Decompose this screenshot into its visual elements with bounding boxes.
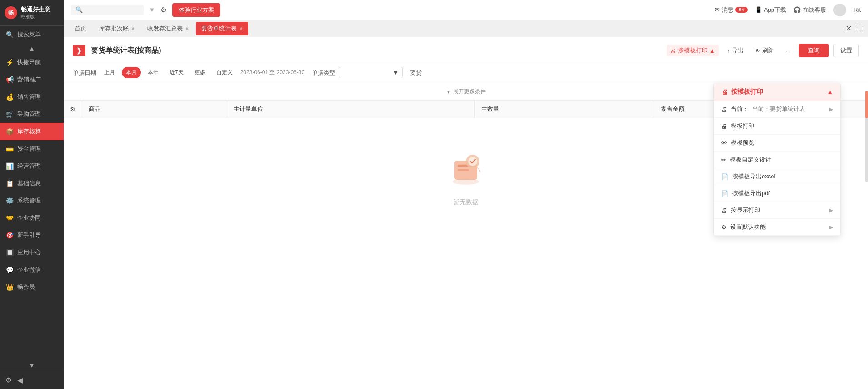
- collapse-sidebar-icon[interactable]: ◀: [17, 376, 23, 384]
- date-btn-7days[interactable]: 近7天: [165, 67, 188, 78]
- right-scrollbar[interactable]: [865, 91, 868, 182]
- app-logo: 畅 畅通好生意 标准版: [0, 0, 64, 26]
- page-actions: 🖨 按模板打印 ▲ ↑ 导出 ↻ 刷新 ··· 查询 设置: [667, 44, 859, 57]
- print-icon: 🖨: [670, 47, 676, 54]
- col-settings[interactable]: ⚙: [64, 101, 82, 118]
- export-pdf-icon: 📄: [721, 190, 728, 197]
- sidebar-item-inventory[interactable]: 📦 库存核算: [0, 123, 64, 140]
- date-btn-more[interactable]: 更多: [190, 67, 210, 78]
- tab-summary[interactable]: 收发存汇总表 ×: [142, 22, 194, 35]
- scrollbar-thumb[interactable]: [865, 91, 868, 118]
- sidebar-item-purchase[interactable]: 🛒 采购管理: [0, 106, 64, 123]
- sidebar-item-app-center[interactable]: 🔲 应用中心: [0, 244, 64, 261]
- win-maximize-btn[interactable]: ⛶: [855, 25, 863, 33]
- current-chevron-icon: ▶: [829, 106, 833, 112]
- tab-close-batch[interactable]: ×: [131, 25, 135, 32]
- sidebar-footer: ⚙ ◀: [0, 371, 64, 389]
- trial-button[interactable]: 体验行业方案: [172, 3, 220, 17]
- app-download-nav-item[interactable]: 📱 App下载: [755, 6, 786, 14]
- extra-filter-section: 要货: [410, 69, 422, 77]
- sidebar-item-basic[interactable]: 📋 基础信息: [0, 175, 64, 192]
- win-close-btn[interactable]: ✕: [846, 24, 852, 33]
- type-filter-select[interactable]: ▼: [339, 67, 403, 78]
- tab-home[interactable]: 首页: [69, 22, 92, 35]
- expand-filter-btn[interactable]: ❯: [73, 45, 85, 56]
- user-avatar[interactable]: [833, 4, 846, 16]
- header-dropdown-icon[interactable]: ▼: [149, 6, 155, 13]
- refresh-icon: ↻: [755, 47, 760, 54]
- tab-order-stats[interactable]: 要货单统计表 ×: [196, 22, 248, 35]
- sidebar-item-marketing[interactable]: 📢 营销推广: [0, 71, 64, 88]
- svg-rect-3: [458, 169, 469, 171]
- print-template-button[interactable]: 🖨 按模板打印 ▲: [667, 45, 719, 56]
- export-button[interactable]: ↑ 导出: [723, 45, 748, 56]
- settings-footer-icon[interactable]: ⚙: [5, 376, 12, 384]
- online-service-nav-item[interactable]: 🎧 在线客服: [793, 6, 826, 14]
- dropdown-template-design[interactable]: ✏ 模板自定义设计: [714, 152, 840, 168]
- main-area: 🔍 ▼ ⚙ 体验行业方案 ✉ 消息 99+ 📱 App下载 🎧 在线客服 Rit: [64, 0, 868, 389]
- date-btn-current-year[interactable]: 本年: [144, 67, 163, 78]
- quick-nav-icon: ⚡: [5, 59, 14, 66]
- dropdown-template-preview[interactable]: 👁 模板预览: [714, 135, 840, 152]
- tab-close-order-stats[interactable]: ×: [239, 25, 243, 32]
- date-btn-custom[interactable]: 自定义: [212, 67, 237, 78]
- sidebar-scroll-down[interactable]: ▼: [0, 360, 64, 371]
- expand-more-conditions-btn[interactable]: ▼ 展开更多条件: [440, 86, 491, 97]
- dropdown-template-print[interactable]: 🖨 模板打印: [714, 118, 840, 135]
- dropdown-set-default[interactable]: ⚙ 设置默认功能 ▶: [714, 219, 840, 236]
- dropdown-display-print[interactable]: 🖨 按显示打印 ▶: [714, 202, 840, 219]
- export-icon: ↑: [727, 47, 730, 54]
- message-icon: ✉: [715, 6, 720, 13]
- message-badge: 99+: [735, 7, 748, 13]
- system-icon: ⚙️: [5, 197, 14, 204]
- user-name[interactable]: Rit: [853, 6, 861, 13]
- message-nav-item[interactable]: ✉ 消息 99+: [715, 6, 748, 14]
- tab-close-summary[interactable]: ×: [185, 25, 189, 32]
- col-quantity: 主数量: [475, 101, 654, 118]
- dropdown-export-excel[interactable]: 📄 按模板导出excel: [714, 168, 840, 185]
- sidebar-item-sales[interactable]: 💰 销售管理: [0, 88, 64, 106]
- dropdown-header: 🖨 按模板打印 ▲: [714, 83, 840, 101]
- sidebar-item-guide[interactable]: 🎯 新手引导: [0, 227, 64, 244]
- date-filter-section: 单据日期 上月 本月 本年 近7天 更多 自定义 2023-06-01 至 20…: [73, 67, 304, 78]
- logo-icon: 畅: [5, 6, 17, 19]
- dropdown-print-icon: 🖨: [721, 88, 728, 96]
- sidebar-item-operation[interactable]: 📊 经营管理: [0, 157, 64, 175]
- settings-button[interactable]: 设置: [833, 44, 859, 57]
- template-preview-icon: 👁: [721, 140, 727, 147]
- date-btn-prev-month[interactable]: 上月: [100, 67, 119, 78]
- set-default-chevron-icon: ▶: [829, 224, 833, 230]
- header-settings-icon[interactable]: ⚙: [160, 5, 167, 14]
- expand-icon: ▼: [446, 89, 451, 95]
- set-default-icon: ⚙: [721, 224, 727, 231]
- dropdown-collapse-icon[interactable]: ▲: [827, 89, 833, 96]
- dropdown-export-pdf[interactable]: 📄 按模板导出pdf: [714, 185, 840, 202]
- dropdown-current-item[interactable]: 🖨 当前： 当前：要货单统计表 ▶: [714, 101, 840, 118]
- header-search-bar[interactable]: 🔍: [71, 5, 144, 15]
- operation-icon: 📊: [5, 162, 14, 170]
- tab-batch[interactable]: 库存批次账 ×: [94, 22, 140, 35]
- sidebar-item-fund[interactable]: 💳 资金管理: [0, 140, 64, 157]
- app-center-icon: 🔲: [5, 249, 14, 256]
- tab-bar-right: ✕ ⛶: [846, 24, 863, 33]
- more-actions-btn[interactable]: ···: [782, 45, 794, 56]
- query-button[interactable]: 查询: [799, 44, 829, 57]
- sidebar-item-system[interactable]: ⚙️ 系统管理: [0, 192, 64, 209]
- marketing-icon: 📢: [5, 76, 14, 83]
- sidebar-item-quick-nav[interactable]: ⚡ 快捷导航: [0, 54, 64, 71]
- sidebar-scroll-up[interactable]: ▲: [0, 43, 64, 54]
- sidebar-item-wechat[interactable]: 💬 企业微信: [0, 261, 64, 278]
- tab-bar: 首页 库存批次账 × 收发存汇总表 × 要货单统计表 × ✕ ⛶: [64, 20, 868, 37]
- date-range-display: 2023-06-01 至 2023-06-30: [240, 69, 304, 76]
- refresh-button[interactable]: ↻ 刷新: [752, 45, 778, 56]
- sidebar-item-enterprise[interactable]: 🤝 企业协同: [0, 209, 64, 227]
- sidebar-item-search[interactable]: 🔍 搜索菜单: [0, 26, 64, 43]
- template-print-icon: 🖨: [721, 123, 727, 130]
- date-btn-current-month[interactable]: 本月: [122, 67, 141, 78]
- empty-illustration: [443, 146, 489, 191]
- wechat-icon: 💬: [5, 266, 14, 273]
- sidebar-item-member[interactable]: 👑 畅会员: [0, 278, 64, 296]
- empty-text: 暂无数据: [453, 198, 479, 207]
- type-filter-section: 单据类型 ▼: [312, 67, 403, 78]
- purchase-icon: 🛒: [5, 111, 14, 118]
